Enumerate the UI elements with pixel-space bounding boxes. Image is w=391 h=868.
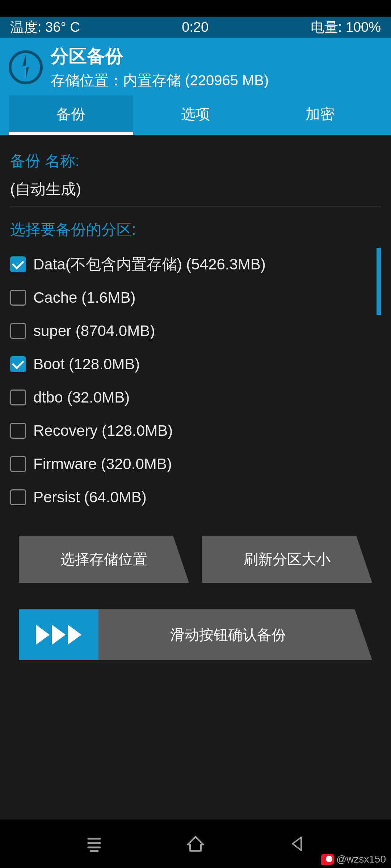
storage-location-label: 存储位置：内置存储 (220965 MB) <box>51 71 269 90</box>
partition-item[interactable]: bluetooth (0.2MB) <box>10 514 381 515</box>
scroll-indicator[interactable] <box>377 248 381 315</box>
recent-apps-icon[interactable] <box>83 833 105 855</box>
arrow-right-icon <box>68 625 81 645</box>
partition-checkbox[interactable] <box>10 356 26 372</box>
partition-item[interactable]: Recovery (128.0MB) <box>10 414 381 447</box>
partition-label: Recovery (128.0MB) <box>33 422 173 439</box>
tab-bar: 备份 选项 加密 <box>9 95 382 135</box>
partition-checkbox[interactable] <box>10 256 26 272</box>
partition-checkbox[interactable] <box>10 290 26 306</box>
swipe-handle[interactable] <box>19 609 98 660</box>
partition-label: Persist (64.0MB) <box>33 489 147 506</box>
partition-label: dtbo (32.0MB) <box>33 389 130 406</box>
arrow-right-icon <box>36 625 50 645</box>
partition-checkbox[interactable] <box>10 456 26 472</box>
header: 分区备份 存储位置：内置存储 (220965 MB) 备份 选项 加密 <box>0 38 391 135</box>
partition-item[interactable]: super (8704.0MB) <box>10 314 381 348</box>
tab-backup[interactable]: 备份 <box>9 95 133 135</box>
watermark: @wzsx150 <box>321 854 386 865</box>
partition-item[interactable]: Data(不包含内置存储) (5426.3MB) <box>10 248 381 281</box>
back-icon[interactable] <box>286 833 308 855</box>
partition-checkbox[interactable] <box>10 323 26 339</box>
partition-checkbox[interactable] <box>10 423 26 439</box>
partition-item[interactable]: Persist (64.0MB) <box>10 481 381 514</box>
status-bar: 温度: 36° C 0:20 电量: 100% <box>0 17 391 38</box>
tab-options[interactable]: 选项 <box>133 95 258 135</box>
twrp-logo-icon <box>9 50 43 84</box>
partition-item[interactable]: Cache (1.6MB) <box>10 281 381 314</box>
partition-checkbox[interactable] <box>10 390 26 405</box>
weibo-icon <box>321 854 334 865</box>
partition-label: Firmware (320.0MB) <box>33 455 172 473</box>
page-title: 分区备份 <box>51 44 269 68</box>
select-storage-button[interactable]: 选择存储位置 <box>19 536 189 583</box>
partition-item[interactable]: dtbo (32.0MB) <box>10 381 381 414</box>
divider <box>10 206 381 207</box>
partition-checkbox[interactable] <box>10 489 26 505</box>
backup-name-label: 备份 名称: <box>10 151 381 171</box>
swipe-to-confirm[interactable]: 滑动按钮确认备份 <box>19 609 372 660</box>
home-icon[interactable] <box>185 833 206 855</box>
battery-label: 电量: 100% <box>311 18 381 37</box>
swipe-label: 滑动按钮确认备份 <box>98 625 372 645</box>
partition-item[interactable]: Firmware (320.0MB) <box>10 447 381 481</box>
select-partitions-label: 选择要备份的分区: <box>10 220 381 240</box>
tab-encrypt[interactable]: 加密 <box>258 95 382 135</box>
partition-item[interactable]: Boot (128.0MB) <box>10 348 381 381</box>
time-label: 0:20 <box>182 20 209 35</box>
partition-list[interactable]: Data(不包含内置存储) (5426.3MB)Cache (1.6MB)sup… <box>10 248 381 515</box>
arrow-right-icon <box>52 625 66 645</box>
partition-label: Cache (1.6MB) <box>33 289 135 306</box>
refresh-sizes-button[interactable]: 刷新分区大小 <box>202 536 372 583</box>
partition-label: Boot (128.0MB) <box>33 356 140 373</box>
temperature-label: 温度: 36° C <box>10 18 80 37</box>
backup-name-value[interactable]: (自动生成) <box>10 179 381 199</box>
partition-label: Data(不包含内置存储) (5426.3MB) <box>33 254 266 275</box>
partition-label: super (8704.0MB) <box>33 322 155 340</box>
